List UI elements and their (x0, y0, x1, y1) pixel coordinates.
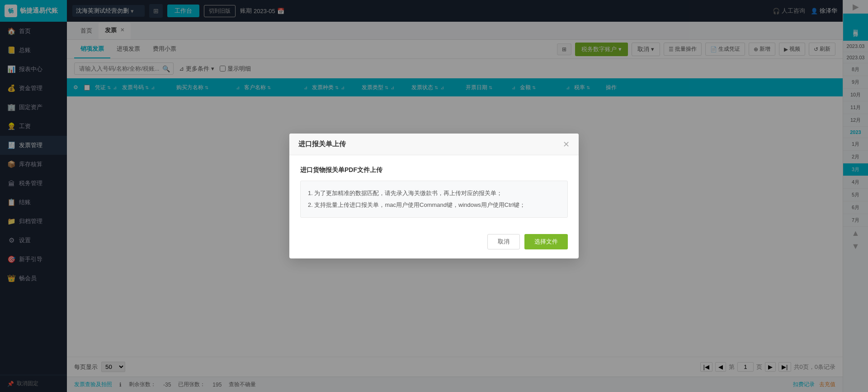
modal-body: 进口货物报关单PDF文件上传 1. 为了更加精准的数据匹配，请先录入海关缴款书，… (289, 155, 579, 227)
modal-tip2: 2. 支持批量上传进口报关单，mac用户使用Command键，windows用户… (308, 199, 560, 211)
modal-footer: 取消 选择文件 (289, 227, 579, 258)
modal-overlay: 进口报关单上传 ✕ 进口货物报关单PDF文件上传 1. 为了更加精准的数据匹配，… (0, 0, 868, 392)
import-customs-modal: 进口报关单上传 ✕ 进口货物报关单PDF文件上传 1. 为了更加精准的数据匹配，… (289, 134, 579, 258)
modal-cancel-btn[interactable]: 取消 (487, 234, 520, 249)
modal-tip1: 1. 为了更加精准的数据匹配，请先录入海关缴款书，再上传对应的报关单； (308, 187, 560, 199)
modal-confirm-btn[interactable]: 选择文件 (524, 234, 568, 249)
modal-header: 进口报关单上传 ✕ (289, 134, 579, 155)
modal-tips: 1. 为了更加精准的数据匹配，请先录入海关缴款书，再上传对应的报关单； 2. 支… (300, 181, 568, 218)
modal-title: 进口报关单上传 (298, 140, 346, 148)
modal-close-btn[interactable]: ✕ (563, 140, 570, 148)
modal-section-title: 进口货物报关单PDF文件上传 (300, 166, 568, 174)
